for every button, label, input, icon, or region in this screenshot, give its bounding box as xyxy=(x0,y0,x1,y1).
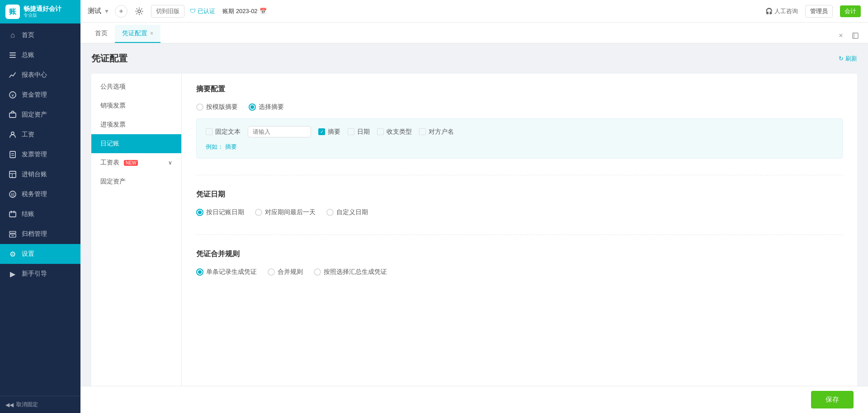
fixed-text-label: 固定文本 xyxy=(215,128,241,136)
nav-purchase-invoice[interactable]: 进项发票 xyxy=(91,115,181,134)
sidebar-item-home[interactable]: ⌂ 首页 xyxy=(0,25,80,45)
sidebar-item-tax[interactable]: 税 税务管理 xyxy=(0,184,80,204)
user-menu-button[interactable]: 管理员 xyxy=(805,5,833,18)
invoice-mgmt-icon xyxy=(8,150,17,159)
fixed-text-input[interactable] xyxy=(248,126,311,137)
new-badge: NEW xyxy=(124,160,138,166)
sidebar-collapse-button[interactable]: ◀◀ 取消固定 xyxy=(0,396,80,413)
role-badge: 会计 xyxy=(840,5,861,17)
radio-journal-date-circle xyxy=(196,209,203,216)
nav-journal[interactable]: 日记账 xyxy=(91,134,181,153)
radio-select-circle xyxy=(249,103,256,111)
counterparty-label: 对方户名 xyxy=(429,128,454,136)
radio-custom-date[interactable]: 自定义日期 xyxy=(326,208,368,216)
nav-payroll-table[interactable]: 工资表 NEW ∨ xyxy=(91,153,181,172)
radio-custom-date-circle xyxy=(326,209,334,216)
sidebar-label-capital: 资金管理 xyxy=(22,91,47,99)
company-selector[interactable]: 测试 ▼ xyxy=(88,7,109,15)
radio-journal-date-label: 按日记账日期 xyxy=(206,208,244,216)
fixed-text-checkbox xyxy=(206,128,212,135)
sidebar-label-invoice-mgmt: 发票管理 xyxy=(22,150,47,159)
guide-icon: ▶ xyxy=(8,269,17,278)
sidebar-item-settings[interactable]: ⚙ 设置 xyxy=(0,244,80,264)
expand-window-button[interactable] xyxy=(850,30,861,41)
svg-rect-7 xyxy=(10,151,15,158)
calendar-icon[interactable]: 📅 xyxy=(259,8,267,14)
sidebar-item-sales-ledger[interactable]: 进销台账 xyxy=(0,164,80,184)
save-button[interactable]: 保存 xyxy=(811,391,854,408)
sidebar-item-archive[interactable]: 归档管理 xyxy=(0,224,80,244)
tab-close-icon[interactable]: × xyxy=(150,30,153,37)
sidebar-item-ledger[interactable]: 总账 xyxy=(0,45,80,65)
topbar-settings-button[interactable] xyxy=(133,5,146,18)
nav-fixed-assets[interactable]: 固定资产 xyxy=(91,172,181,191)
sidebar-item-payroll[interactable]: 工资 xyxy=(0,125,80,145)
page-title: 凭证配置 xyxy=(91,52,127,65)
summary-config-section: 摘要配置 按模版摘要 选择摘要 xyxy=(196,84,843,175)
sidebar-item-close[interactable]: 结账 xyxy=(0,204,80,224)
checkbox-summary[interactable]: ✓ 摘要 xyxy=(318,128,340,136)
add-company-button[interactable]: + xyxy=(115,5,127,18)
radio-select-summary-label: 按照选择汇总生成凭证 xyxy=(324,268,387,276)
sidebar-label-guide: 新手引导 xyxy=(22,270,47,278)
example-value: 摘要 xyxy=(225,143,237,150)
radio-template-circle xyxy=(196,103,203,111)
tab-voucher-config[interactable]: 凭证配置 × xyxy=(115,25,160,43)
nav-sales-invoice-label: 销项发票 xyxy=(100,102,126,110)
nav-public-options[interactable]: 公共选项 xyxy=(91,77,181,96)
payroll-icon xyxy=(8,130,17,139)
sidebar-logo[interactable]: 账 畅捷通好会计 专业版 xyxy=(0,0,80,23)
sidebar-label-close: 结账 xyxy=(22,210,34,218)
archive-icon xyxy=(8,230,17,239)
svg-rect-22 xyxy=(853,33,858,38)
close-window-button[interactable]: × xyxy=(835,30,846,41)
checkbox-date[interactable]: 日期 xyxy=(348,128,370,136)
radio-journal-date[interactable]: 按日记账日期 xyxy=(196,208,244,216)
example-prefix: 例如： xyxy=(206,143,223,150)
svg-rect-15 xyxy=(9,212,16,217)
radio-single-circle xyxy=(196,268,203,276)
sidebar-item-capital[interactable]: ¥ 资金管理 xyxy=(0,85,80,105)
radio-merge-rule[interactable]: 合并规则 xyxy=(268,268,303,276)
capital-icon: ¥ xyxy=(8,90,17,99)
svg-rect-2 xyxy=(9,57,16,58)
sidebar-item-invoice-mgmt[interactable]: 发票管理 xyxy=(0,145,80,164)
date-checkbox-label: 日期 xyxy=(357,128,370,136)
checkbox-fixed-text[interactable]: 固定文本 xyxy=(206,128,241,136)
svg-rect-18 xyxy=(9,231,16,233)
sidebar-item-assets[interactable]: 固定资产 xyxy=(0,105,80,125)
sidebar-item-guide[interactable]: ▶ 新手引导 xyxy=(0,264,80,284)
radio-single-record[interactable]: 单条记录生成凭证 xyxy=(196,268,257,276)
radio-merge-rule-label: 合并规则 xyxy=(278,268,303,276)
period-value: 2023-02 xyxy=(236,8,258,14)
collapse-label: 取消固定 xyxy=(16,401,38,408)
summary-radio-group: 按模版摘要 选择摘要 xyxy=(196,103,843,111)
save-button-bar: 保存 xyxy=(80,386,868,413)
switch-old-version-button[interactable]: 切到旧版 xyxy=(151,5,184,18)
radio-select-summary[interactable]: 选择摘要 xyxy=(249,103,284,111)
shield-icon: 🛡 xyxy=(190,8,196,14)
sidebar-label-settings: 设置 xyxy=(22,250,34,258)
radio-template-summary[interactable]: 按模版摘要 xyxy=(196,103,238,111)
tab-bar-actions: × xyxy=(835,30,861,43)
sidebar-label-payroll: 工资 xyxy=(22,131,34,139)
sales-ledger-icon xyxy=(8,170,17,179)
svg-rect-1 xyxy=(9,55,16,56)
radio-template-label: 按模版摘要 xyxy=(206,103,238,111)
radio-select-summary[interactable]: 按照选择汇总生成凭证 xyxy=(314,268,387,276)
company-name: 测试 xyxy=(88,7,101,15)
tab-home[interactable]: 首页 xyxy=(88,25,115,43)
certified-badge: 🛡 已认证 xyxy=(190,7,215,15)
refresh-button[interactable]: ↻ 刷新 xyxy=(839,55,857,63)
sidebar-label-home: 首页 xyxy=(22,31,34,39)
content-area: 凭证配置 ↻ 刷新 公共选项 销项发票 xyxy=(80,43,868,413)
customer-service-button[interactable]: 🎧 人工咨询 xyxy=(765,7,798,15)
checkbox-payment-type[interactable]: 收支类型 xyxy=(377,128,412,136)
radio-period-last-day[interactable]: 对应期间最后一天 xyxy=(255,208,316,216)
collapse-arrow-icon: ◀◀ xyxy=(5,402,14,408)
nav-sales-invoice[interactable]: 销项发票 xyxy=(91,96,181,115)
tab-home-label: 首页 xyxy=(95,29,108,38)
logo-title: 畅捷通好会计 xyxy=(24,5,61,13)
sidebar-item-reports[interactable]: 报表中心 xyxy=(0,65,80,85)
checkbox-counterparty[interactable]: 对方户名 xyxy=(419,128,454,136)
